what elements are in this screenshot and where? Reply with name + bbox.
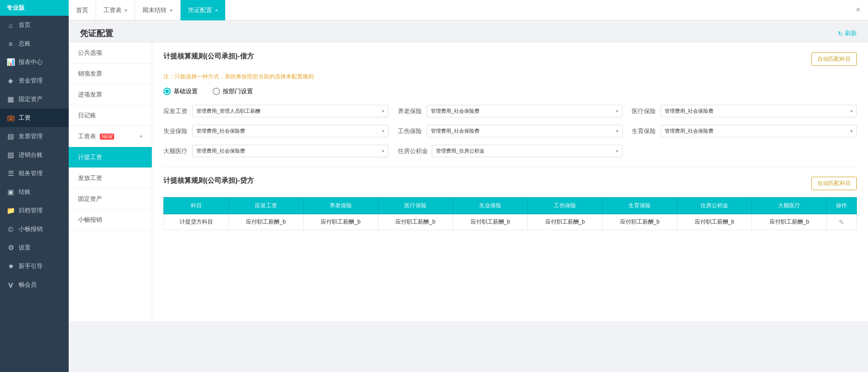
expand-icon: ▾ — [140, 134, 143, 140]
sidebar-item-capital[interactable]: ◈ 资金管理 — [0, 71, 69, 90]
section-divider — [163, 167, 857, 167]
sidebar-item-invoice[interactable]: ▤ 发票管理 — [0, 127, 69, 146]
nav-item-sales-invoice[interactable]: 销项发票 — [69, 64, 152, 84]
edit-icon[interactable]: ✎ — [839, 218, 844, 226]
label-injury: 工伤保险 — [398, 127, 423, 135]
sidebar-item-salary[interactable]: 💼 工资 — [0, 109, 69, 127]
sidebar-item-report[interactable]: 📊 报表中心 — [0, 53, 69, 71]
cell-subject: 计提贷方科目 — [164, 214, 229, 230]
form-item-injury: 工伤保险 管理费用_社会保险费 ▾ — [398, 125, 623, 137]
col-salary: 应发工资 — [229, 198, 304, 214]
sidebar-item-closing[interactable]: ▣ 结账 — [0, 183, 69, 201]
sidebar-item-xiao[interactable]: © 小畅报销 — [0, 220, 69, 238]
select-pension[interactable]: 管理费用_社会保险费 ▾ — [427, 105, 623, 117]
new-badge: NEW — [100, 134, 114, 140]
nav-item-journal[interactable]: 日记账 — [69, 105, 152, 126]
radio-dept[interactable]: 按部门设置 — [213, 87, 253, 96]
debit-note: 注：只能选择一种方式，系统将按照您当前的选择来配置规则 — [163, 73, 857, 81]
sidebar-item-label: 小畅报销 — [19, 225, 43, 233]
col-subject: 科目 — [164, 198, 229, 214]
select-injury[interactable]: 管理费用_社会保险费 ▾ — [427, 125, 623, 137]
cell-action[interactable]: ✎ — [827, 214, 857, 230]
refresh-button[interactable]: ↻ 刷新 — [838, 29, 857, 38]
credit-section-title: 计提核算规则(公司承担)-贷方 — [163, 176, 254, 185]
sidebar-item-home[interactable]: ⌂ 首页 — [0, 16, 69, 34]
sidebar-item-assets[interactable]: ▦ 固定资产 — [0, 90, 69, 109]
sidebar-item-member[interactable]: V 畅会员 — [0, 276, 69, 294]
nav-item-salary-table[interactable]: 工资表 NEW ▾ — [69, 126, 152, 147]
select-medical[interactable]: 管理费用_社会保险费 ▾ — [661, 105, 857, 117]
page-title: 凭证配置 — [80, 28, 113, 39]
sidebar-item-tax[interactable]: ☰ 税务管理 — [0, 164, 69, 183]
invoice-icon: ▤ — [6, 132, 15, 141]
cell-extra-medical: 应付职工薪酬_b — [752, 214, 827, 230]
sidebar-item-label: 进销台账 — [19, 151, 43, 159]
assets-icon: ▦ — [6, 95, 15, 103]
form-item-unemployment: 失业保险 管理费用_社会保险费 ▾ — [163, 125, 389, 137]
tab-home[interactable]: 首页 — [69, 0, 96, 20]
cell-injury: 应付职工薪酬_b — [528, 214, 602, 230]
page-header: 凭证配置 ↻ 刷新 — [69, 20, 868, 43]
select-housing[interactable]: 管理费用_住房公积金 ▾ — [432, 145, 623, 157]
settings-icon: ⚙ — [6, 244, 15, 252]
form-grid-debit: 应发工资 管理费用_管理人员职工薪酬 ▾ 养老保险 管理费用_社会保险费 ▾ — [163, 105, 857, 157]
capital-icon: ◈ — [6, 77, 15, 85]
nav-item-xiao-expense[interactable]: 小畅报销 — [69, 210, 152, 231]
sidebar-item-label: 首页 — [19, 21, 31, 29]
select-salary[interactable]: 管理费用_管理人员职工薪酬 ▾ — [192, 105, 389, 117]
select-unemployment[interactable]: 管理费用_社会保险费 ▾ — [192, 125, 389, 137]
select-extra-medical[interactable]: 管理费用_社会保险费 ▾ — [192, 145, 389, 157]
sidebar: 专业版 ⌂ 首页 ≡ 总账 📊 报表中心 ◈ 资金管理 ▦ 固定资产 💼 工资 … — [0, 0, 69, 372]
nav-item-public[interactable]: 公共选项 — [69, 43, 152, 64]
chevron-down-icon: ▾ — [382, 148, 384, 154]
tab-voucher-config-close[interactable]: × — [215, 7, 218, 13]
sidebar-item-ledger[interactable]: ≡ 总账 — [0, 34, 69, 53]
tab-salary-table-close[interactable]: × — [124, 7, 127, 13]
label-extra-medical: 大额医疗 — [163, 147, 188, 155]
sidebar-item-label: 发票管理 — [19, 132, 43, 141]
member-icon: V — [6, 281, 15, 289]
sidebar-item-label: 畅会员 — [19, 281, 37, 289]
select-maternity[interactable]: 管理费用_社会保险费 ▾ — [661, 125, 857, 137]
sidebar-item-label: 总账 — [19, 39, 31, 48]
tab-bar: 首页 工资表 × 期末结转 × 凭证配置 × × — [69, 0, 868, 20]
cell-pension: 应付职工薪酬_b — [304, 214, 378, 230]
tab-period-close-close[interactable]: × — [169, 7, 172, 13]
sidebar-item-guide[interactable]: ★ 新手引导 — [0, 257, 69, 276]
ledger-icon: ≡ — [6, 40, 15, 48]
sidebar-item-purchase[interactable]: ▧ 进销台账 — [0, 146, 69, 164]
tab-home-label: 首页 — [76, 6, 88, 14]
sidebar-item-label: 归档管理 — [19, 206, 43, 215]
form-item-extra-medical: 大额医疗 管理费用_社会保险费 ▾ — [163, 145, 389, 157]
right-content: 计提核算规则(公司承担)-借方 自动匹配科目 注：只能选择一种方式，系统将按照您… — [152, 43, 868, 321]
chevron-down-icon: ▾ — [850, 128, 853, 134]
tax-icon: ☰ — [6, 169, 15, 178]
cell-medical: 应付职工薪酬_b — [378, 214, 453, 230]
chevron-down-icon: ▾ — [616, 148, 618, 154]
sidebar-item-label: 结账 — [19, 188, 31, 196]
col-maternity: 生育保险 — [602, 198, 677, 214]
nav-item-fixed-assets[interactable]: 固定资产 — [69, 189, 152, 210]
col-pension: 养老保险 — [304, 198, 378, 214]
col-extra-medical: 大额医疗 — [752, 198, 827, 214]
auto-match-credit-button[interactable]: 自动匹配科目 — [811, 177, 857, 190]
nav-item-purchase-invoice[interactable]: 进项发票 — [69, 84, 152, 105]
table-header-row: 科目 应发工资 养老保险 医疗保险 失业保险 工伤保险 生育保险 住房公积金 大… — [164, 198, 857, 214]
col-injury: 工伤保险 — [528, 198, 602, 214]
col-housing: 住房公积金 — [677, 198, 752, 214]
sidebar-item-settings[interactable]: ⚙ 设置 — [0, 238, 69, 257]
tab-voucher-config[interactable]: 凭证配置 × — [181, 0, 226, 20]
chevron-down-icon: ▾ — [382, 128, 384, 134]
sidebar-item-label: 报表中心 — [19, 58, 43, 66]
nav-item-calc-salary[interactable]: 计提工资 — [69, 147, 152, 168]
tab-salary-table[interactable]: 工资表 × — [96, 0, 135, 20]
tab-period-close[interactable]: 期末结转 × — [135, 0, 180, 20]
nav-item-pay-salary[interactable]: 发放工资 — [69, 168, 152, 189]
radio-basic[interactable]: 基础设置 — [163, 87, 198, 96]
sidebar-item-archive[interactable]: 📁 归档管理 — [0, 201, 69, 220]
radio-basic-inner — [165, 90, 169, 93]
auto-match-debit-button[interactable]: 自动匹配科目 — [811, 52, 857, 66]
chevron-down-icon: ▾ — [382, 109, 384, 114]
tab-period-close-label: 期末结转 — [143, 6, 167, 14]
close-all-tabs[interactable]: × — [848, 5, 868, 15]
